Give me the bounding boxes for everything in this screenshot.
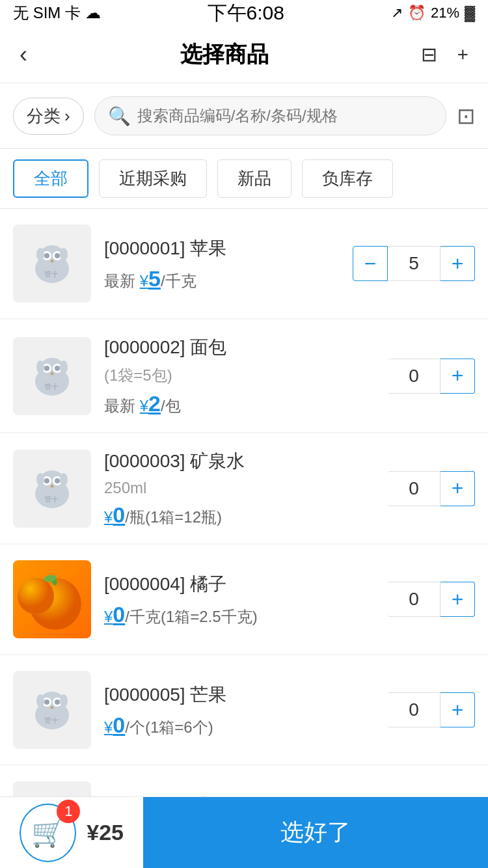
product-name: [0000005] 芒果 bbox=[104, 683, 375, 707]
product-price: ¥0/千克(1箱=2.5千克) bbox=[104, 602, 375, 627]
svg-point-14 bbox=[44, 366, 49, 371]
svg-text:管十: 管十 bbox=[44, 270, 59, 278]
svg-text:管十: 管十 bbox=[44, 716, 59, 724]
quantity-control: − + bbox=[353, 246, 475, 281]
filter-icon[interactable]: ⊟ bbox=[421, 43, 437, 66]
cart-area: 🛒 1 ¥25 bbox=[0, 804, 143, 862]
product-image: 管十 bbox=[13, 450, 91, 528]
tab-近期采购[interactable]: 近期采购 bbox=[99, 159, 207, 198]
list-item: 管十 [0000001] 苹果 最新 ¥5/千克 − + bbox=[0, 209, 488, 318]
sim-status: 无 SIM 卡 ☁ bbox=[13, 3, 101, 23]
nav-bar: ‹ 选择商品 ⊟ + bbox=[0, 26, 488, 83]
product-price: 最新 ¥2/包 bbox=[104, 391, 375, 416]
status-bar: 无 SIM 卡 ☁ 下午6:08 ↗ ⏰ 21% ▓ bbox=[0, 0, 488, 26]
quantity-control: + bbox=[388, 582, 475, 617]
product-image: 管十 bbox=[13, 671, 91, 749]
status-right: ↗ ⏰ 21% ▓ bbox=[391, 5, 475, 21]
nav-right: ⊟ + bbox=[421, 43, 468, 66]
cart-icon: 🛒 bbox=[31, 817, 65, 848]
location-icon: ↗ bbox=[391, 5, 403, 21]
product-price: ¥0/瓶(1箱=12瓶) bbox=[104, 502, 375, 528]
quantity-input[interactable] bbox=[388, 359, 440, 394]
quantity-input[interactable] bbox=[388, 471, 440, 506]
quantity-control: + bbox=[388, 471, 475, 506]
svg-point-28 bbox=[60, 473, 68, 486]
status-time: 下午6:08 bbox=[208, 0, 284, 27]
quantity-decrease-button[interactable]: − bbox=[353, 246, 388, 281]
status-left: 无 SIM 卡 ☁ bbox=[13, 3, 101, 23]
svg-point-25 bbox=[55, 478, 60, 483]
svg-point-27 bbox=[36, 473, 44, 486]
nav-left: ‹ bbox=[20, 41, 27, 68]
search-icon: 🔍 bbox=[108, 105, 131, 127]
product-name: [0000003] 矿泉水 bbox=[104, 449, 375, 474]
product-name: [0000002] 面包 bbox=[104, 335, 375, 360]
product-info: [0000003] 矿泉水 250ml ¥0/瓶(1箱=12瓶) bbox=[104, 449, 375, 528]
add-button[interactable]: + bbox=[457, 44, 468, 66]
svg-point-18 bbox=[60, 360, 68, 373]
battery-status: 21% bbox=[431, 5, 459, 21]
quantity-input[interactable] bbox=[388, 246, 440, 281]
svg-text:管十: 管十 bbox=[44, 383, 59, 390]
product-info: [0000004] 橘子 ¥0/千克(1箱=2.5千克) bbox=[104, 572, 375, 627]
quantity-input[interactable] bbox=[388, 582, 440, 617]
filter-area: 分类 › 🔍 ⊡ bbox=[0, 83, 488, 149]
product-price: ¥0/个(1箱=6个) bbox=[104, 712, 375, 738]
list-item: 管十 [0000003] 矿泉水 250ml ¥0/瓶(1箱=12瓶) + bbox=[0, 433, 488, 543]
svg-point-5 bbox=[55, 253, 60, 258]
category-label: 分类 bbox=[27, 105, 61, 128]
list-item: 管十 [0000002] 面包 (1袋=5包) 最新 ¥2/包 + bbox=[0, 319, 488, 432]
quantity-input[interactable] bbox=[388, 692, 440, 727]
cart-button[interactable]: 🛒 1 bbox=[20, 804, 76, 862]
product-image bbox=[13, 560, 91, 638]
svg-point-40 bbox=[44, 699, 49, 705]
svg-point-43 bbox=[36, 694, 44, 707]
product-image: 管十 bbox=[13, 224, 91, 303]
product-price: 最新 ¥5/千克 bbox=[104, 266, 340, 292]
back-button[interactable]: ‹ bbox=[20, 41, 27, 68]
svg-point-15 bbox=[55, 366, 60, 371]
list-item: 管十 [0000005] 芒果 ¥0/个(1箱=6个) + bbox=[0, 655, 488, 765]
product-info: [0000005] 芒果 ¥0/个(1箱=6个) bbox=[104, 683, 375, 738]
battery-icon: ▓ bbox=[465, 5, 475, 21]
svg-point-33 bbox=[18, 578, 54, 614]
cart-total: ¥25 bbox=[87, 820, 124, 845]
quantity-control: + bbox=[388, 692, 475, 727]
svg-point-44 bbox=[60, 694, 68, 707]
quantity-control: + bbox=[388, 359, 475, 394]
product-image: 管十 bbox=[13, 337, 91, 415]
product-spec: (1袋=5包) bbox=[104, 365, 375, 386]
tab-新品[interactable]: 新品 bbox=[217, 159, 291, 198]
product-name: [0000004] 橘子 bbox=[104, 572, 375, 597]
confirm-button[interactable]: 选好了 bbox=[143, 797, 488, 869]
chevron-right-icon: › bbox=[64, 106, 70, 126]
quantity-increase-button[interactable]: + bbox=[440, 692, 475, 727]
svg-point-24 bbox=[44, 478, 49, 483]
svg-point-8 bbox=[60, 248, 68, 261]
list-item: [0000004] 橘子 ¥0/千克(1箱=2.5千克) + bbox=[0, 545, 488, 654]
tab-bar: 全部近期采购新品负库存 bbox=[0, 149, 488, 209]
svg-point-7 bbox=[36, 248, 44, 261]
quantity-increase-button[interactable]: + bbox=[440, 582, 475, 617]
search-input[interactable] bbox=[137, 107, 433, 125]
category-button[interactable]: 分类 › bbox=[13, 98, 84, 135]
scan-icon[interactable]: ⊡ bbox=[457, 103, 475, 129]
product-spec: 250ml bbox=[104, 479, 375, 497]
tab-负库存[interactable]: 负库存 bbox=[302, 159, 393, 198]
svg-point-4 bbox=[44, 253, 49, 258]
product-info: [0000002] 面包 (1袋=5包) 最新 ¥2/包 bbox=[104, 335, 375, 416]
quantity-increase-button[interactable]: + bbox=[440, 246, 475, 281]
svg-point-41 bbox=[55, 699, 60, 705]
quantity-increase-button[interactable]: + bbox=[440, 359, 475, 394]
alarm-icon: ⏰ bbox=[408, 5, 426, 21]
product-name: [0000001] 苹果 bbox=[104, 236, 340, 261]
svg-point-17 bbox=[36, 360, 44, 373]
tab-全部[interactable]: 全部 bbox=[13, 159, 88, 198]
quantity-increase-button[interactable]: + bbox=[440, 471, 475, 506]
svg-text:管十: 管十 bbox=[44, 495, 59, 503]
page-title: 选择商品 bbox=[180, 40, 269, 70]
product-info: [0000001] 苹果 最新 ¥5/千克 bbox=[104, 236, 340, 292]
cart-badge: 1 bbox=[57, 800, 80, 823]
search-box: 🔍 bbox=[94, 96, 446, 135]
product-list: 管十 [0000001] 苹果 最新 ¥5/千克 − + 管十 [0000002… bbox=[0, 209, 488, 868]
